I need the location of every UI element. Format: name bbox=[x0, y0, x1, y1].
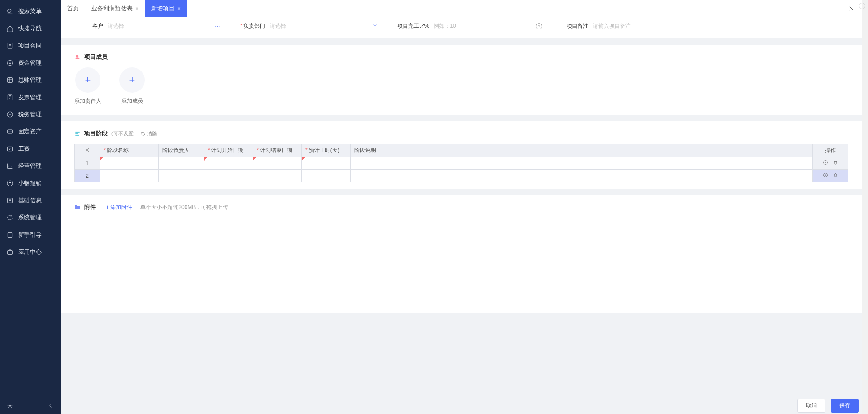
section-title: 附件 bbox=[84, 203, 96, 211]
sidebar-item-project-contract[interactable]: 项目合同 bbox=[0, 37, 61, 54]
field-label: 客户 bbox=[92, 22, 103, 30]
cell-desc[interactable] bbox=[351, 170, 813, 182]
svg-rect-28 bbox=[75, 135, 79, 136]
cancel-button[interactable]: 取消 bbox=[797, 399, 825, 413]
help-icon[interactable]: ? bbox=[536, 23, 542, 29]
sidebar-item-label: 税务管理 bbox=[18, 110, 42, 119]
sidebar-item-business-management[interactable]: 经营管理 bbox=[0, 157, 61, 175]
cell-name[interactable] bbox=[100, 170, 159, 182]
document-icon bbox=[6, 42, 14, 49]
sidebar-item-system-management[interactable]: 系统管理 bbox=[0, 209, 61, 226]
salary-icon bbox=[6, 145, 14, 152]
add-responsible-button[interactable]: + bbox=[75, 67, 100, 93]
sidebar-item-label: 应用中心 bbox=[18, 248, 42, 256]
tabs: 首页 业务利润预估表 × 新增项目 × bbox=[61, 0, 187, 17]
department-input[interactable] bbox=[269, 21, 368, 31]
gear-icon[interactable] bbox=[6, 402, 14, 409]
svg-point-21 bbox=[9, 405, 11, 407]
sidebar-item-app-center[interactable]: 应用中心 bbox=[0, 243, 61, 261]
cell-hours[interactable] bbox=[302, 170, 351, 182]
col-start: *计划开始日期 bbox=[204, 144, 253, 157]
expense-icon bbox=[6, 180, 14, 187]
search-icon bbox=[6, 8, 14, 15]
ledger-icon bbox=[6, 76, 14, 84]
close-icon[interactable]: × bbox=[135, 5, 138, 12]
sidebar-item-quick-nav[interactable]: 快捷导航 bbox=[0, 20, 61, 37]
add-member-button[interactable]: + bbox=[119, 67, 145, 93]
tab-new-project[interactable]: 新增项目 × bbox=[145, 0, 187, 17]
sidebar-item-search-menu[interactable]: 搜索菜单 bbox=[0, 3, 61, 20]
chevron-down-icon[interactable] bbox=[372, 23, 377, 29]
add-row-icon[interactable] bbox=[823, 160, 828, 167]
add-responsible-col: + 添加责任人 bbox=[74, 67, 101, 105]
section-header: 附件 + 添加附件 单个大小不超过200MB，可拖拽上传 bbox=[74, 203, 848, 211]
coin-icon bbox=[6, 59, 14, 67]
phases-section: 项目阶段 (可不设置) 清除 *阶段名称 阶段负责人 *计划开始日期 bbox=[61, 121, 862, 189]
cell-end[interactable] bbox=[253, 157, 302, 170]
tab-home[interactable]: 首页 bbox=[61, 0, 85, 17]
svg-rect-26 bbox=[75, 132, 79, 133]
delete-row-icon[interactable] bbox=[833, 160, 838, 167]
sidebar-item-basic-info[interactable]: 基础信息 bbox=[0, 192, 61, 209]
clear-button[interactable]: 清除 bbox=[141, 130, 157, 137]
sidebar-item-label: 系统管理 bbox=[18, 214, 42, 222]
cell-end[interactable] bbox=[253, 170, 302, 182]
sidebar-item-ledger-management[interactable]: 总账管理 bbox=[0, 71, 61, 89]
svg-rect-16 bbox=[8, 198, 13, 203]
info-icon bbox=[6, 197, 14, 204]
phases-table: *阶段名称 阶段负责人 *计划开始日期 *计划结束日期 *预计工时(天) 阶段说… bbox=[74, 144, 848, 182]
vertical-scrollbar[interactable] bbox=[862, 0, 868, 414]
save-button[interactable]: 保存 bbox=[831, 399, 859, 413]
col-settings[interactable] bbox=[75, 144, 100, 157]
tab-profit-estimate[interactable]: 业务利润预估表 × bbox=[85, 0, 145, 17]
tab-label: 新增项目 bbox=[151, 5, 175, 13]
sidebar-item-xiaochang-expense[interactable]: 小畅报销 bbox=[0, 175, 61, 192]
sidebar-item-fixed-assets[interactable]: 固定资产 bbox=[0, 123, 61, 140]
svg-point-0 bbox=[8, 9, 11, 13]
cell-start[interactable] bbox=[204, 157, 253, 170]
customer-field: 客户 ··· bbox=[92, 21, 220, 31]
sidebar: 搜索菜单 快捷导航 项目合同 资金管理 总账管理 发票管理 bbox=[0, 0, 61, 414]
sidebar-item-fund-management[interactable]: 资金管理 bbox=[0, 54, 61, 71]
close-icon[interactable]: × bbox=[177, 5, 181, 12]
sidebar-item-newbie-guide[interactable]: 新手引导 bbox=[0, 226, 61, 243]
sidebar-item-salary[interactable]: 工资 bbox=[0, 140, 61, 157]
attachments-section: 附件 + 添加附件 单个大小不超过200MB，可拖拽上传 bbox=[61, 195, 862, 313]
add-member-label: 添加成员 bbox=[121, 97, 143, 105]
more-icon[interactable]: ··· bbox=[215, 23, 220, 29]
sidebar-item-invoice-management[interactable]: 发票管理 bbox=[0, 89, 61, 106]
cell-owner[interactable] bbox=[159, 170, 204, 182]
section-title: 项目成员 bbox=[84, 53, 108, 61]
folder-icon bbox=[74, 204, 81, 210]
cell-hours[interactable] bbox=[302, 157, 351, 170]
cell-owner[interactable] bbox=[159, 157, 204, 170]
field-label: 项目备注 bbox=[567, 22, 588, 30]
remark-input[interactable] bbox=[592, 21, 696, 31]
remark-field: 项目备注 bbox=[567, 21, 696, 31]
cell-op bbox=[813, 157, 848, 170]
section-header: 项目阶段 (可不设置) 清除 bbox=[74, 129, 848, 138]
fullscreen-icon[interactable] bbox=[858, 2, 866, 10]
form-strip: 客户 ··· *负责部门 项目完工比% ? 项目备注 bbox=[61, 17, 862, 38]
svg-rect-12 bbox=[8, 130, 13, 133]
customer-input[interactable] bbox=[107, 21, 211, 31]
cell-name[interactable] bbox=[100, 157, 159, 170]
svg-point-29 bbox=[86, 149, 88, 150]
sidebar-item-label: 搜索菜单 bbox=[18, 7, 42, 15]
completion-input[interactable] bbox=[433, 21, 532, 31]
svg-rect-7 bbox=[8, 78, 13, 83]
cell-start[interactable] bbox=[204, 170, 253, 182]
section-header: 项目成员 bbox=[74, 53, 848, 61]
main: 首页 业务利润预估表 × 新增项目 × 客户 bbox=[61, 0, 862, 414]
sidebar-item-tax-management[interactable]: 税务管理 bbox=[0, 106, 61, 123]
sidebar-item-label: 资金管理 bbox=[18, 59, 42, 67]
svg-rect-14 bbox=[8, 147, 13, 151]
cell-op bbox=[813, 170, 848, 182]
collapse-icon[interactable] bbox=[47, 402, 54, 409]
add-attachment-button[interactable]: + 添加附件 bbox=[106, 204, 132, 211]
close-panel-icon[interactable] bbox=[846, 3, 857, 14]
sidebar-item-label: 项目合同 bbox=[18, 42, 42, 50]
delete-row-icon[interactable] bbox=[833, 172, 838, 179]
cell-desc[interactable] bbox=[351, 157, 813, 170]
add-row-icon[interactable] bbox=[823, 172, 828, 179]
